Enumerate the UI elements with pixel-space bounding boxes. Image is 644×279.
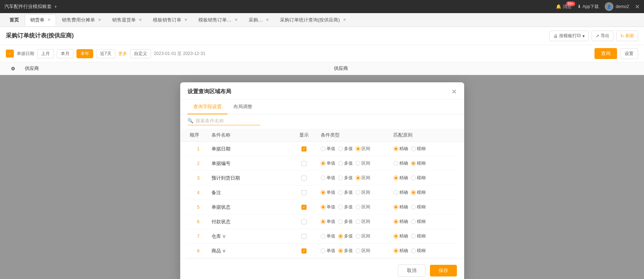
filter-7days[interactable]: 近7天 <box>96 49 115 58</box>
cond-type-range[interactable]: 区间 <box>356 233 370 239</box>
modal-tab-query-fields[interactable]: 查询字段设置 <box>187 100 228 114</box>
filter-more[interactable]: 更多 <box>118 51 127 57</box>
cond-type-multi[interactable]: 多值 <box>338 160 353 166</box>
export-button[interactable]: ↗ 导出 <box>592 31 613 41</box>
row-display-checkbox[interactable] <box>289 173 319 183</box>
tab-close-sales-fee[interactable]: ✕ <box>98 17 101 22</box>
settings-button[interactable]: 设置 <box>620 48 638 59</box>
checkbox[interactable] <box>301 176 307 181</box>
filter-last-month[interactable]: 上月 <box>37 49 54 58</box>
print-dropdown-icon[interactable]: ▾ <box>582 34 585 39</box>
tab-close-sales-return[interactable]: ✕ <box>139 17 142 22</box>
cond-type-range[interactable]: 区间 <box>356 219 370 225</box>
cond-type-single[interactable]: 单值 <box>321 146 335 152</box>
column-settings-icon[interactable]: ⚙ <box>6 66 20 71</box>
cond-type-range[interactable]: 区间 <box>356 248 370 254</box>
match-fuzzy[interactable]: 模糊 <box>411 189 426 196</box>
tab-4[interactable]: 模板销售订单 ✕ <box>148 15 193 25</box>
checkbox[interactable] <box>301 219 307 224</box>
row-display-checkbox[interactable] <box>289 217 319 227</box>
cond-type-multi[interactable]: 多值 <box>338 233 353 239</box>
match-exact[interactable]: 精确 <box>394 233 408 239</box>
tab-close-4[interactable]: ✕ <box>184 17 187 22</box>
cond-type-multi[interactable]: 多值 <box>338 146 353 152</box>
cond-type-multi[interactable]: 多值 <box>338 175 353 181</box>
filter-this-year[interactable]: 本年 <box>76 49 93 58</box>
match-fuzzy[interactable]: 模糊 <box>411 233 426 239</box>
cond-type-range[interactable]: 区间 <box>356 175 370 181</box>
tab-purchase-stats[interactable]: 采购订单统计查询(按供应商) ✕ <box>275 15 351 25</box>
cond-type-multi[interactable]: 多值 <box>338 248 353 254</box>
filter-custom[interactable]: 自定义 <box>130 49 151 58</box>
row-display-checkbox[interactable] <box>289 203 319 212</box>
cond-type-single[interactable]: 单值 <box>321 233 335 239</box>
match-fuzzy[interactable]: 模糊 <box>411 219 426 225</box>
checkbox[interactable] <box>301 161 307 166</box>
filter-toggle-button[interactable]: › <box>6 50 14 58</box>
tab-close-sales-order[interactable]: ✕ <box>47 17 51 22</box>
match-fuzzy[interactable]: 模糊 <box>411 160 426 166</box>
cond-type-single[interactable]: 单值 <box>321 189 335 196</box>
checkbox[interactable] <box>301 234 307 239</box>
cond-type-range[interactable]: 区间 <box>356 160 370 166</box>
tab-home[interactable]: 首页 <box>4 15 24 25</box>
cond-type-range[interactable]: 区间 <box>356 146 370 152</box>
radio-exact <box>394 219 398 224</box>
match-exact[interactable]: 精确 <box>394 189 408 196</box>
notification-area[interactable]: 🔔 消息 99+ <box>556 4 572 10</box>
app-download[interactable]: ⬇ App下载 <box>577 4 599 10</box>
checkbox[interactable] <box>301 146 307 152</box>
cond-type-range[interactable]: 区间 <box>356 204 370 210</box>
print-button[interactable]: 🖨 按模板打印 ▾ <box>549 31 589 41</box>
match-fuzzy[interactable]: 模糊 <box>411 204 426 210</box>
app-title-arrow[interactable]: ▾ <box>55 4 57 9</box>
match-exact[interactable]: 精确 <box>394 160 408 166</box>
match-exact[interactable]: 精确 <box>394 219 408 225</box>
save-button[interactable]: 保存 <box>430 265 457 276</box>
modal-close-button[interactable]: ✕ <box>451 89 457 95</box>
tab-5[interactable]: 模板销售订单… ✕ <box>193 15 243 25</box>
row-match-rule: 精确 模糊 <box>391 144 457 154</box>
table-row: 6 付款状态 单值 多值 区间 <box>187 215 457 229</box>
cancel-button[interactable]: 取消 <box>398 264 426 277</box>
tab-close-6[interactable]: ✕ <box>266 17 269 22</box>
match-exact[interactable]: 精确 <box>394 248 408 254</box>
user-info[interactable]: 👤 demo2 <box>605 2 629 11</box>
query-button[interactable]: 查询 <box>594 48 617 59</box>
row-display-checkbox[interactable] <box>289 159 319 168</box>
radio-range <box>356 248 360 253</box>
tab-close-purchase-stats[interactable]: ✕ <box>343 17 346 22</box>
tab-close-5[interactable]: ✕ <box>234 17 238 22</box>
tab-sales-order[interactable]: 销货单 ✕ <box>25 14 56 26</box>
tab-6[interactable]: 采购… ✕ <box>244 15 274 25</box>
filter-this-month[interactable]: 本月 <box>57 49 74 58</box>
match-exact[interactable]: 精确 <box>394 204 408 210</box>
cond-type-single[interactable]: 单值 <box>321 160 335 166</box>
cond-type-range[interactable]: 区间 <box>356 189 370 196</box>
match-exact[interactable]: 精确 <box>394 146 408 152</box>
checkbox[interactable] <box>301 190 307 195</box>
search-input[interactable] <box>195 118 254 123</box>
match-exact[interactable]: 精确 <box>394 175 408 181</box>
checkbox[interactable] <box>301 205 307 210</box>
refresh-button[interactable]: ↻ 刷新 <box>616 31 638 41</box>
cond-type-single[interactable]: 单值 <box>321 219 335 225</box>
cond-type-multi[interactable]: 多值 <box>338 204 353 210</box>
tab-sales-return[interactable]: 销售退货单 ✕ <box>107 15 147 25</box>
modal-tab-layout[interactable]: 布局调整 <box>228 100 258 114</box>
row-display-checkbox[interactable] <box>289 144 319 154</box>
match-fuzzy[interactable]: 模糊 <box>411 175 426 181</box>
match-fuzzy[interactable]: 模糊 <box>411 146 426 152</box>
cond-type-single[interactable]: 单值 <box>321 175 335 181</box>
row-display-checkbox[interactable] <box>289 188 319 197</box>
cond-type-single[interactable]: 单值 <box>321 204 335 210</box>
cond-type-single[interactable]: 单值 <box>321 248 335 254</box>
cond-type-multi[interactable]: 多值 <box>338 219 353 225</box>
row-display-checkbox[interactable] <box>289 246 319 256</box>
top-bar-close-button[interactable]: ✕ <box>635 3 640 10</box>
checkbox[interactable] <box>301 248 307 254</box>
tab-sales-fee[interactable]: 销售费用分摊单 ✕ <box>57 15 106 25</box>
row-display-checkbox[interactable] <box>289 232 319 241</box>
cond-type-multi[interactable]: 多值 <box>338 189 353 196</box>
match-fuzzy[interactable]: 模糊 <box>411 248 426 254</box>
